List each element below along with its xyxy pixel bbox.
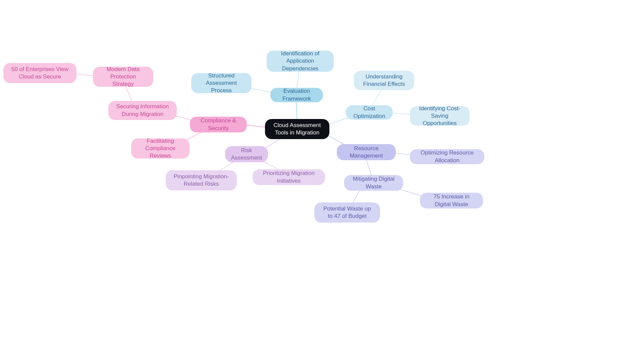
compliance-50ent-node: 50 of Enterprises View Cloud as Secure — [3, 63, 76, 83]
resource-47budget-node: Potential Waste up to 47 of Budget — [314, 202, 380, 223]
resource-alloc-node: Optimizing Resource Allocation — [410, 149, 484, 164]
cost-opt-node: Cost Optimization — [346, 105, 393, 120]
eval-app-deps-node: Identification of Application Dependenci… — [267, 51, 334, 72]
cost-saving-node: Identifying Cost-Saving Opportunities — [410, 106, 470, 126]
eval-structured-node: Structured Assessment Process — [191, 73, 252, 93]
resource-waste-node: Mitigating Digital Waste — [344, 175, 403, 191]
compliance-node: Compliance & Security — [190, 117, 247, 132]
risk-pinpoint-node: Pinpointing Migration-Related Risks — [166, 170, 237, 190]
cost-financial-node: Understanding Financial Effects — [354, 71, 414, 90]
compliance-secure-node: Securing Information During Migration — [108, 101, 177, 120]
resource-mgmt-node: Resource Management — [337, 144, 396, 160]
center-node: Cloud Assessment Tools in Migration — [265, 119, 329, 139]
compliance-reviews-node: Facilitating Compliance Reviews — [131, 138, 190, 159]
compliance-strategy-node: Modern Data Protection Strategy — [93, 67, 153, 87]
resource-75inc-node: 75 Increase in Digital Waste — [420, 193, 483, 208]
eval-framework-node: Evaluation Framework — [270, 88, 323, 102]
risk-assess-node: Risk Assessment — [225, 146, 268, 162]
risk-prioritize-node: Prioritizing Migration Initiatives — [253, 169, 325, 185]
